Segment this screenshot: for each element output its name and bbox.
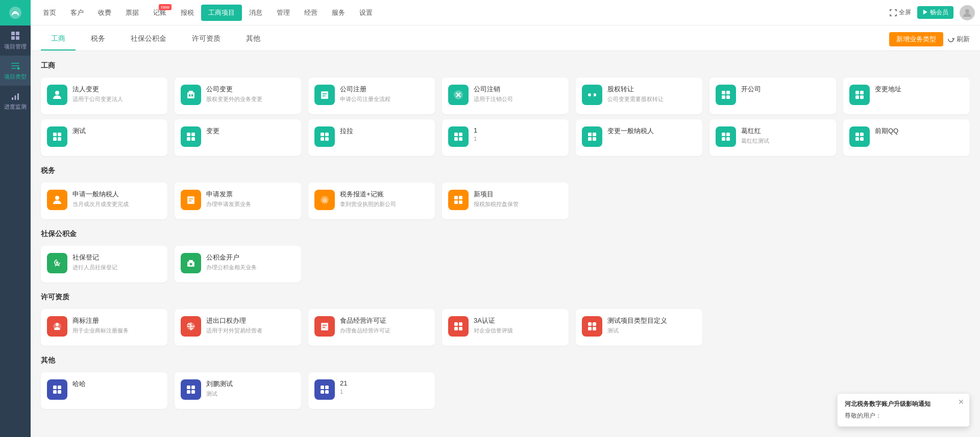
svg-rect-26 bbox=[726, 95, 730, 99]
app-logo bbox=[0, 0, 31, 25]
card-test-project-type[interactable]: 测试项目类型目定义 测试 bbox=[576, 309, 702, 346]
card-trademark[interactable]: 商标注册 用于企业商标注册服务 bbox=[41, 309, 167, 346]
company-cancel-icon bbox=[448, 85, 469, 105]
sidebar-item-progress-monitor[interactable]: 进度监测 bbox=[0, 86, 31, 116]
tax-accounting-icon: 税 bbox=[314, 190, 335, 210]
card-company-register[interactable]: 公司注册 申请公司注册全流程 bbox=[308, 78, 435, 114]
new-project-icon bbox=[448, 190, 469, 210]
import-export-desc: 适用于对外贸易经营者 bbox=[206, 327, 295, 335]
svg-point-10 bbox=[55, 91, 59, 95]
nav-service[interactable]: 服务 bbox=[325, 0, 352, 25]
front-qq-name: 前期QQ bbox=[875, 126, 964, 136]
nav-management[interactable]: 管理 bbox=[270, 0, 297, 25]
svg-rect-65 bbox=[454, 196, 458, 199]
sidebar: 项目管理 项目类型 进度监测 bbox=[0, 0, 31, 437]
card-liupeng-test[interactable]: 刘鹏测试 测试 bbox=[175, 372, 301, 409]
tab-industrial[interactable]: 工商 bbox=[41, 28, 76, 50]
notification-close-btn[interactable]: ✕ bbox=[958, 398, 964, 406]
card-legal-change[interactable]: 法人变更 适用于公司变更法人 bbox=[41, 78, 167, 114]
svg-rect-51 bbox=[722, 133, 725, 136]
card-mahonghong[interactable]: 葛红红 葛红红测试 bbox=[709, 119, 836, 156]
nav-accounting[interactable]: 记账 new bbox=[146, 0, 174, 25]
svg-rect-86 bbox=[593, 327, 596, 330]
card-equity-transfer[interactable]: 股权转让 公司变更需要股权转让 bbox=[576, 78, 702, 114]
card-import-export[interactable]: 进出口权办理 适用于对外贸易经营者 bbox=[175, 309, 301, 346]
sidebar-item-project-manage[interactable]: 项目管理 bbox=[0, 25, 31, 56]
test-project-type-desc: 测试 bbox=[607, 327, 696, 335]
3a-cert-icon bbox=[448, 316, 469, 337]
tab-bar: 工商 税务 社保公积金 许可资质 其他 新增业务类型 刷新 bbox=[31, 25, 980, 51]
svg-rect-87 bbox=[53, 385, 57, 389]
main-wrapper: 首页 客户 收费 票据 记账 new 报税 工商项目 消息 管理 经营 服务 设… bbox=[31, 0, 980, 437]
card-change-taxpayer[interactable]: 变更一般纳税人 bbox=[576, 119, 702, 156]
card-provident-fund[interactable]: 公积金开户 办理公积金相关业务 bbox=[175, 246, 301, 282]
card-food-license[interactable]: 食品经营许可证 办理食品经营许可证 bbox=[308, 309, 435, 346]
nav-industrial[interactable]: 工商项目 bbox=[201, 5, 242, 21]
svg-rect-1 bbox=[11, 32, 15, 35]
svg-rect-25 bbox=[722, 95, 725, 99]
company-register-desc: 申请公司注册全流程 bbox=[340, 95, 429, 103]
card-lala[interactable]: 拉拉 bbox=[308, 119, 435, 156]
svg-rect-47 bbox=[588, 133, 592, 136]
nav-tax[interactable]: 报税 bbox=[174, 0, 201, 25]
scroll-content: 工商 法人变更 适用于公司变更法人 公司变更 bbox=[31, 51, 980, 437]
lala-name: 拉拉 bbox=[340, 126, 429, 136]
legal-change-desc: 适用于公司变更法人 bbox=[72, 95, 161, 103]
add-type-button[interactable]: 新增业务类型 bbox=[889, 32, 943, 46]
tab-license[interactable]: 许可资质 bbox=[182, 28, 231, 50]
card-haha[interactable]: 哈哈 bbox=[41, 372, 167, 409]
svg-rect-88 bbox=[58, 385, 61, 389]
tab-social-insurance[interactable]: 社保公积金 bbox=[120, 28, 177, 50]
top-nav: 首页 客户 收费 票据 记账 new 报税 工商项目 消息 管理 经营 服务 设… bbox=[31, 0, 980, 25]
equity-transfer-desc: 公司变更需要股权转让 bbox=[607, 95, 696, 103]
nav-home[interactable]: 首页 bbox=[36, 0, 63, 25]
card-3a-cert[interactable]: 3A认证 对企业信誉评级 bbox=[442, 309, 569, 346]
refresh-button[interactable]: 刷新 bbox=[947, 35, 970, 44]
food-license-name: 食品经营许可证 bbox=[340, 316, 429, 325]
nav-message[interactable]: 消息 bbox=[242, 0, 270, 25]
card-open-company[interactable]: 开公司 bbox=[709, 78, 836, 114]
svg-rect-79 bbox=[454, 322, 458, 326]
card-social-register[interactable]: 社保登记 进行人员社保登记 bbox=[41, 246, 167, 282]
nav-operations[interactable]: 经营 bbox=[297, 0, 325, 25]
card-front-qq[interactable]: 前期QQ bbox=[843, 119, 970, 156]
svg-rect-39 bbox=[321, 133, 324, 136]
company-cancel-desc: 适用于注销公司 bbox=[474, 95, 562, 103]
card-company-cancel[interactable]: 公司注销 适用于注销公司 bbox=[442, 78, 569, 114]
social-card-grid: 社保登记 进行人员社保登记 公积金开户 办理公积金相关业务 bbox=[41, 246, 970, 282]
section-title-tax: 税务 bbox=[41, 166, 970, 175]
fullscreen-btn[interactable]: 全屏 bbox=[890, 8, 911, 17]
card-apply-invoice[interactable]: 申请发票 办理申请发票业务 bbox=[175, 183, 301, 219]
member-btn[interactable]: ▶ 畅会员 bbox=[917, 6, 953, 19]
social-register-desc: 进行人员社保登记 bbox=[72, 264, 161, 271]
card-new-project[interactable]: 新项目 报税加税控盘保管 bbox=[442, 183, 569, 219]
svg-rect-49 bbox=[588, 137, 592, 141]
svg-rect-71 bbox=[189, 260, 193, 262]
sidebar-item-project-type[interactable]: 项目类型 bbox=[0, 56, 31, 86]
nav-customer[interactable]: 客户 bbox=[63, 0, 91, 25]
topnav-right: 全屏 ▶ 畅会员 bbox=[890, 5, 975, 20]
card-item-21[interactable]: 21 1 bbox=[308, 372, 435, 409]
card-apply-taxpayer[interactable]: 申请一般纳税人 当月或次月成变更完成 bbox=[41, 183, 167, 219]
card-item1[interactable]: 1 1 bbox=[442, 119, 569, 156]
svg-rect-97 bbox=[321, 390, 324, 394]
test-project-type-icon bbox=[582, 316, 602, 337]
svg-point-9 bbox=[965, 9, 969, 13]
avatar[interactable] bbox=[960, 5, 975, 20]
card-change-address[interactable]: 变更地址 bbox=[843, 78, 970, 114]
card-tax-accounting[interactable]: 税 税务报道+记账 拿到营业执照的新公司 bbox=[308, 183, 435, 219]
tab-tax[interactable]: 税务 bbox=[81, 28, 115, 50]
card-company-change[interactable]: 公司变更 股权变更外的业务变更 bbox=[175, 78, 301, 114]
section-title-license: 许可资质 bbox=[41, 293, 970, 302]
nav-billing[interactable]: 收费 bbox=[91, 0, 118, 25]
tab-other[interactable]: 其他 bbox=[236, 28, 271, 50]
tax-accounting-desc: 拿到营业执照的新公司 bbox=[340, 200, 429, 208]
nav-invoice[interactable]: 票据 bbox=[118, 0, 146, 25]
card-test[interactable]: 测试 bbox=[41, 119, 167, 156]
section-title-industrial: 工商 bbox=[41, 61, 970, 70]
mahonghong-name: 葛红红 bbox=[741, 126, 830, 136]
svg-rect-68 bbox=[459, 200, 462, 204]
item1-desc: 1 bbox=[474, 136, 562, 142]
card-change[interactable]: 变更 bbox=[175, 119, 301, 156]
nav-settings[interactable]: 设置 bbox=[352, 0, 380, 25]
